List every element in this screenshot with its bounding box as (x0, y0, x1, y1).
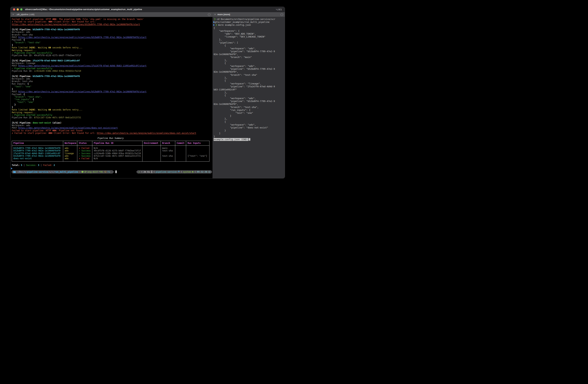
text-segment: 2fa147f0-07ed-4d4d-9b83-11091e092c0f (33, 59, 80, 62)
text-segment: } (12, 88, 13, 90)
text-segment: POST (12, 127, 18, 129)
prompt-chevron-icon (216, 24, 217, 26)
text-segment: Pipeline Run ID: (12, 70, 34, 72)
terminal-line: "workspace": "ado", (214, 47, 285, 50)
shell-prompt-bar[interactable]: ~/Doc/o/pipeline-service/s/c/run_multi_p… (12, 170, 212, 174)
terminal-line: "lineage": "DEV_LINEAGE_TOKEN" (214, 35, 285, 38)
text-segment: [2/5] Pipeline: (12, 28, 33, 31)
table-cell: N/A (92, 157, 142, 161)
terminal-line: } (214, 135, 285, 138)
terminal-link[interactable]: https://dev.getorchestra.io/api/engine/p… (18, 90, 147, 93)
text-segment: 82e-1e10608f64f0", (214, 70, 238, 73)
table-cell: ado (63, 155, 77, 157)
git-changed-count: !2 (104, 171, 106, 173)
terminal-line: ✗ Failed to start pipeline: 404 Client E… (12, 132, 212, 135)
text-segment: Workspace: lineage (12, 62, 35, 65)
terminal-line: Pipeline Run ID: 8752c1d7-52de-467c-b95f… (12, 116, 212, 119)
table-cell: 8752c1d7-52de-467c-b95f-8eb1a3313731 (92, 155, 142, 157)
text-segment: Retrying request... (12, 111, 37, 114)
text-segment: { (214, 120, 226, 123)
text-segment: { (214, 44, 226, 47)
close-window-button[interactable] (13, 8, 15, 10)
terminal-line: } (12, 103, 212, 106)
text-segment: { (214, 27, 215, 29)
table-cell (175, 149, 186, 152)
terminal-line: "pipelines": [ (214, 41, 285, 44)
text-segment: Client Error: Not Found for url: (52, 21, 95, 23)
path-mid: /s/c/ (48, 171, 55, 173)
terminal-line: "pipeline": "2fa147f0-07ed-4d4d-9 (214, 85, 285, 88)
terminal-pane-left[interactable]: Failed to start pipeline: HTTP 404: The … (10, 17, 212, 179)
terminal-line: "test": "one" (214, 112, 285, 114)
text-segment: ipts/customer_examples/run_multi_pipelin… (214, 21, 270, 23)
minimize-window-button[interactable] (17, 8, 19, 10)
terminal-line: [4/5] Pipeline: b52bd0f4-7799-47e2-982e-… (12, 75, 212, 78)
table-row: 2fa147f0-07ed-4d4d-9b83-11091e092c0fline… (12, 152, 210, 155)
text-segment: 5 (21, 164, 22, 166)
text-segment: Run Inputs: (12, 83, 27, 85)
terminal-line: Workspace: ado (12, 124, 212, 127)
tab-options-icon[interactable]: ··· (280, 13, 283, 16)
text-segment: "branch": "test-sha" (214, 73, 257, 76)
terminal-line: "workspaces": { (214, 29, 285, 32)
terminal-link[interactable]: https://dev.getorchestra.io/api/engine/p… (18, 127, 118, 129)
terminal-line: Failed to start pipeline: HTTP 404: Pipe… (12, 129, 212, 132)
table-header: PipelineWorkspaceStatusPipeline Run IDEn… (12, 141, 210, 145)
terminal-cursor (115, 170, 117, 173)
terminal-line: Workspace: ado (12, 78, 212, 80)
path-repo: pipeline-service (27, 171, 48, 173)
terminal-line: "pipeline": "does-not-exist" (214, 126, 285, 129)
desktop: olivercrawford@Mac:~/Documents/orchestra… (0, 0, 294, 192)
text-segment: "pipelines": [ (214, 41, 238, 44)
table-cell: ✗ Failed (77, 157, 92, 161)
tab-right-pane[interactable]: ✕ more (more) ··· (212, 12, 285, 17)
terminal-line: Rate limited (429). Waiting 60 seconds b… (12, 46, 212, 49)
tab-options-icon[interactable]: ··· (208, 13, 210, 16)
terminal-link[interactable]: https://dev.getorchestra.io/api/engine/p… (18, 36, 147, 39)
tab-left-pane[interactable]: ✕ ..ulti_pipeline (-zsh) ··· (10, 12, 212, 17)
text-segment: 404 (52, 18, 56, 21)
terminal-line: Rate limited (429). Waiting 60 seconds b… (12, 109, 212, 111)
text-segment: Branch: test-sha (12, 34, 33, 36)
text-segment: Total: (12, 164, 21, 166)
close-tab-icon[interactable]: ✕ (214, 13, 216, 16)
terminal-line: "pipeline": "b52bd0f4-7799-47e2-9 (214, 100, 285, 103)
text-segment: Payload: (12, 93, 23, 96)
zoom-window-button[interactable] (20, 8, 22, 10)
terminal-line: "pipeline": "b52bd0f4-7799-47e2-9 (214, 50, 285, 53)
terminal-pane-right[interactable]: cd Documents/orchestra/pipeline-service/… (212, 17, 285, 179)
terminal-link[interactable]: https://dev.getorchestra.io/api/engine/p… (18, 65, 147, 67)
table-cell (161, 152, 175, 155)
terminal-line: Retrying request... (12, 49, 212, 52)
text-segment: does-not-exist (33, 122, 51, 124)
terminal-line: Pipeline Run ID: cc914e49-538b-496d-93ba… (12, 70, 212, 72)
terminal-line: Branch: test-sha (12, 34, 212, 36)
prompt-right-segment: ✓ 2m 6s pipeline-service (138, 170, 212, 174)
folder-icon (13, 171, 16, 173)
text-segment: "test": "one" (214, 112, 253, 114)
terminal-line: Retrying request... (12, 111, 212, 114)
table-row: b52bd0f4-7799-47e2-982e-1e10608f64f0ado✗… (12, 145, 210, 149)
terminal-line: https://dev.getorchestra.io/api/engine/p… (12, 23, 212, 26)
terminal-link[interactable]: https://dev.getorchestra.io/api/engine/p… (12, 23, 140, 26)
text-segment: 82e-1e10608f64f0", (214, 103, 238, 105)
tab-label-right: more (more) (217, 13, 230, 16)
text-segment: }, (214, 59, 227, 62)
text-segment: : Pipeline not found (56, 129, 83, 132)
terminal-line (12, 119, 212, 122)
pager-status-line: example.config.json (END) (214, 138, 248, 141)
powerline-end-separator-icon (111, 171, 112, 173)
text-segment: 8752c1d7-52de-467c-b95f-8eb1a3313731 (34, 116, 81, 119)
chevron-left-icon (153, 171, 155, 173)
table-header-row: PipelineWorkspaceStatusPipeline Run IDEn… (12, 141, 210, 145)
terminal-line: Payload: { (12, 39, 212, 41)
table-cell (142, 157, 161, 161)
terminal-line: 82e-1e10608f64f0", (214, 53, 285, 56)
terminal-line: 82e-1e10608f64f0", (214, 70, 285, 73)
chevron-left-icon (195, 171, 196, 173)
text-segment: 2 (54, 164, 55, 166)
table-cell: does-not-exist (12, 157, 63, 161)
close-tab-icon[interactable]: ✕ (12, 13, 14, 16)
terminal-link[interactable]: https://dev.getorchestra.io/api/engine/p… (97, 132, 196, 135)
terminal-line: { (214, 79, 285, 82)
